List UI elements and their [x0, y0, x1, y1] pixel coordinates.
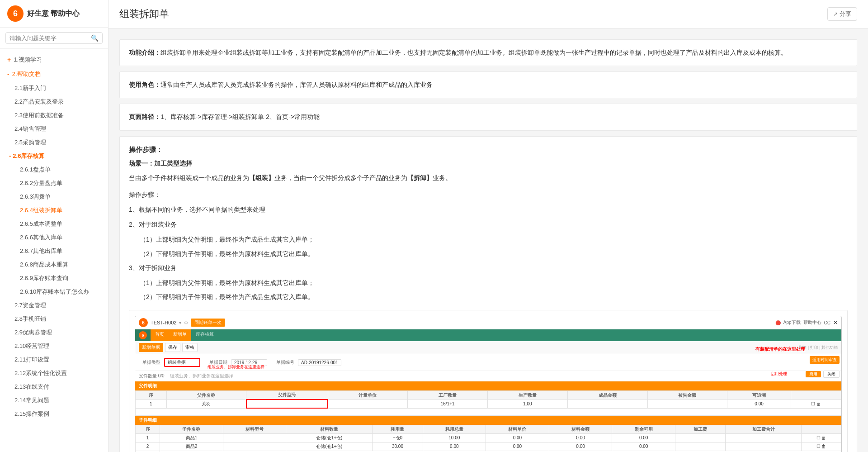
- mini-nav-inventory[interactable]: 库存核算: [191, 329, 218, 341]
- col-seq: 序: [136, 391, 167, 400]
- mini-close-icon[interactable]: ✕: [833, 319, 838, 326]
- mini-sub-label: 父件数量 0/0: [139, 373, 165, 379]
- sidebar-item-online-pay[interactable]: 2.13在线支付: [0, 380, 108, 394]
- search-icon[interactable]: 🔍: [91, 34, 99, 42]
- child-row-1: 1 商品1 仓储(仓1+仓) +仓0 10.00 0.00 0.00 0.00: [136, 433, 841, 442]
- annotation1-btn[interactable]: 适用时间审查: [810, 356, 840, 364]
- mini-nav-new[interactable]: 新增单: [169, 329, 191, 341]
- steps-block: 操作步骤： 场景一：加工类型选择 当由多个子件材料组装成一个成品的业务为【组装】…: [119, 136, 857, 452]
- sidebar: 6 好生意 帮助中心 🔍 + 1.视频学习 - 2.帮助文档 2.1新手入门 2…: [0, 0, 108, 452]
- main-content: 组装拆卸单 ↗ 分享 功能介绍：组装拆卸单用来处理企业组装或拆卸等加工业务，支持…: [108, 0, 868, 452]
- sidebar-item-install[interactable]: 2.2产品安装及登录: [0, 95, 108, 109]
- search-input[interactable]: [9, 35, 91, 42]
- col-unit: 计量单位: [328, 391, 408, 400]
- annotation2: 组装业务、拆卸业务在这里选择: [208, 364, 264, 370]
- sidebar-item-sales[interactable]: 2.4销售管理: [0, 122, 108, 136]
- ops-steps-title: 操作步骤：: [129, 189, 848, 200]
- sidebar-item-assembly[interactable]: 2.6.4组装拆卸单: [0, 204, 108, 217]
- col-cost-amount: 被告金额: [647, 391, 727, 400]
- brand-name: 好生意 帮助中心: [27, 9, 80, 19]
- function-intro-label: 功能介绍：: [129, 49, 160, 56]
- sidebar-item-mobile[interactable]: 2.8手机旺铺: [0, 312, 108, 326]
- sidebar-item-stocktake[interactable]: 2.6.1盘点单: [0, 163, 108, 176]
- mini-enable-btn[interactable]: 启用 关闭: [806, 371, 840, 377]
- path-block: 页面路径：1、库存核算->库存管理->组装拆卸单 2、首页->常用功能: [119, 104, 857, 130]
- mini-apps: App下载: [783, 319, 801, 326]
- step3: 3、对于拆卸业务: [129, 262, 848, 274]
- sidebar-item-coupon[interactable]: 2.9优惠券管理: [0, 326, 108, 339]
- sidebar-item-faq[interactable]: 2.14常见问题: [0, 394, 108, 407]
- annotation3-label: 启用处理: [771, 371, 787, 377]
- col-parent-model: 父件型号: [246, 391, 328, 400]
- mini-nav-home[interactable]: 首页: [151, 329, 169, 341]
- nav-tree: + 1.视频学习 - 2.帮助文档 2.1新手入门 2.2产品安装及登录 2.3…: [0, 49, 108, 452]
- annotation1: 有装配清单的在这里处理: [755, 346, 805, 352]
- mini-logo: 6: [139, 318, 148, 327]
- sidebar-item-ops[interactable]: 2.10经营管理: [0, 339, 108, 353]
- mini-app: 6 TEST-H002 ▾ ⚙ 同期账单一次 🔴 App下载 帮助中心 CC ✕: [135, 316, 842, 452]
- mini-sub-info: 组装业务、拆卸业务在这里选择: [170, 373, 233, 379]
- sidebar-item-cost[interactable]: 2.6.5成本调整单: [0, 217, 108, 231]
- role-block: 使用角色：通常由生产人员或库管人员完成拆装业务的操作，库管人员确认原材料的出库和…: [119, 71, 857, 98]
- sidebar-item-cost-calc[interactable]: 2.6.8商品成本重算: [0, 258, 108, 271]
- sidebar-item-inventory[interactable]: -2.6库存核算: [0, 149, 108, 163]
- mini-save-btn[interactable]: 保存: [165, 343, 180, 352]
- sidebar-item-other-out[interactable]: 2.6.7其他出库单: [0, 244, 108, 258]
- content-area: 功能介绍：组装拆卸单用来处理企业组装或拆卸等加工业务，支持有固定装配清单的产品加…: [108, 29, 868, 452]
- page-title: 组装拆卸单: [119, 7, 169, 21]
- col-produce-qty: 生产数量: [488, 391, 568, 400]
- col-factory-qty: 工厂数量: [408, 391, 488, 400]
- sidebar-header: 6 好生意 帮助中心: [0, 0, 108, 28]
- sidebar-item-docs[interactable]: - 2.帮助文档: [0, 67, 108, 81]
- collapse-icon: -: [9, 152, 11, 159]
- role-text: 通常由生产人员或库管人员完成拆装业务的操作，库管人员确认原材料的出库和产成品的入…: [160, 81, 433, 88]
- scene1-desc: 当由多个子件材料组装成一个成品的业务为【组装】业务，当由一个父件拆分成多个子产品…: [129, 172, 848, 184]
- mini-audit-btn[interactable]: 审核: [182, 343, 198, 352]
- sidebar-item-video[interactable]: + 1.视频学习: [0, 52, 108, 67]
- sidebar-item-label: 1.视频学习: [14, 56, 42, 64]
- sidebar-item-error[interactable]: 2.6.10库存账本错了怎么办: [0, 285, 108, 299]
- step2-2: （2）下部明细为子件明细，最终作为原材料生成其它出库单。: [129, 248, 848, 260]
- function-intro-block: 功能介绍：组装拆卸单用来处理企业组装或拆卸等加工业务，支持有固定装配清单的产品加…: [119, 39, 857, 66]
- mini-nav: 6 首页 新增单 库存核算: [135, 329, 841, 341]
- sidebar-item-new[interactable]: 2.1新手入门: [0, 81, 108, 95]
- path-label: 页面路径：: [129, 113, 160, 120]
- screenshot-block: 6 TEST-H002 ▾ ⚙ 同期账单一次 🔴 App下载 帮助中心 CC ✕: [129, 310, 848, 452]
- sidebar-item-other-in[interactable]: 2.6.6其他入库单: [0, 231, 108, 244]
- mini-company: TEST-H002: [151, 320, 176, 325]
- child-row-2: 2 商品2 仓储(仓1+仓) 30.00 0.00 0.00 0.00 0.00: [136, 442, 841, 451]
- sidebar-item-cases[interactable]: 2.15操作案例: [0, 407, 108, 421]
- main-header: 组装拆卸单 ↗ 分享: [108, 0, 868, 29]
- mini-toolbar: 新增单据 保存 审核 删除 | 打印 | 其他功能: [135, 341, 841, 354]
- path-text: 1、库存核算->库存管理->组装拆卸单 2、首页->常用功能: [160, 113, 320, 120]
- sidebar-item-print[interactable]: 2.11打印设置: [0, 353, 108, 366]
- col-parent-name: 父件名称: [166, 391, 246, 400]
- sidebar-item-adjust[interactable]: 2.6.3调拨单: [0, 190, 108, 204]
- sidebar-item-data[interactable]: 2.3使用前数据准备: [0, 109, 108, 122]
- mini-parent-table: 序 父件名称 父件型号 计量单位 工厂数量 生产数量 成品金额 被告金额 可追溯: [135, 390, 841, 416]
- mini-code-value: AD-20191226-001: [298, 359, 341, 366]
- col-actions: [791, 391, 841, 400]
- mini-type-value[interactable]: 组装单据: [164, 358, 200, 367]
- step3-2: （2）下部明细为子件明细，最终作为产成品生成其它入库单。: [129, 291, 848, 303]
- search-box: 🔍: [0, 28, 108, 49]
- mini-child-table: 序 子件名称 材料型号 材料数量 耗用量 耗用总量 材料单价 材料金额 剩余可用: [135, 425, 841, 452]
- mini-help: 帮助中心: [803, 319, 821, 326]
- sidebar-item-system[interactable]: 2.12系统个性化设置: [0, 366, 108, 380]
- sidebar-item-stocktake2[interactable]: 2.6.2分量盘点单: [0, 176, 108, 190]
- function-intro-text: 组装拆卸单用来处理企业组装或拆卸等加工业务，支持有固定装配清单的产品加工业务，也…: [160, 49, 787, 56]
- scene1-title: 场景一：加工类型选择: [129, 160, 848, 168]
- sidebar-item-purchase[interactable]: 2.5采购管理: [0, 136, 108, 149]
- ops-title: 操作步骤：: [129, 146, 848, 154]
- table-row: 1 关羽 16/1+1 1.00 0.00 ☐ 🗑: [136, 400, 841, 408]
- step2-1: （1）上部明细为父件明细，最终作为产成品生成其它入库单；: [129, 234, 848, 245]
- sidebar-item-stock-check[interactable]: 2.6.9库存账本查询: [0, 271, 108, 285]
- col-product-amount: 成品金额: [567, 391, 647, 400]
- share-button[interactable]: ↗ 分享: [827, 7, 857, 21]
- sidebar-item-finance[interactable]: 2.7资金管理: [0, 299, 108, 312]
- table-row-empty: [136, 408, 841, 415]
- mini-nav-logo: 6: [139, 331, 147, 339]
- step3-1: （1）上部明细为父件明细，最终作为原材料生成其它出库单；: [129, 277, 848, 289]
- mini-update-btn[interactable]: 同期账单一次: [191, 319, 225, 327]
- mini-new-btn[interactable]: 新增单据: [139, 343, 163, 352]
